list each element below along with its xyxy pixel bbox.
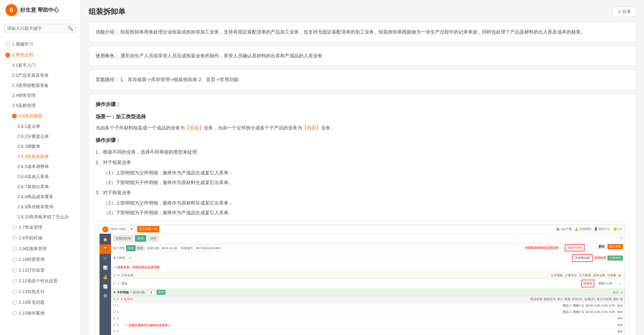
- mini-sub-r3-op[interactable]: ⊕⊖: [618, 316, 623, 321]
- mini-type-disassemble[interactable]: 拆卸: [136, 245, 145, 251]
- mini-sub-r2-check[interactable]: ☐: [113, 309, 116, 315]
- mini-input-date[interactable]: 2019-12-26: [160, 245, 179, 252]
- sidebar-item-2.6.5[interactable]: 2.6.5成本调整单: [0, 162, 80, 172]
- sidebar-item-video[interactable]: + 1.视频学习: [0, 39, 80, 50]
- mini-row1-no: 1: [118, 281, 119, 286]
- mini-sub-r1-op[interactable]: ⊕⊖: [618, 303, 623, 308]
- mini-app-id: TEST-H002: [110, 226, 126, 232]
- mini-sub-r3-check[interactable]: ☐: [113, 316, 116, 321]
- mini-sub-r1-qty: 0.00: [594, 303, 600, 308]
- ops-card: 操作步骤： 场景一：加工类型选择 当由多个子件材料组装成一个成品的业务为【组装】…: [89, 94, 636, 335]
- mini-type-assemble[interactable]: 组装: [126, 245, 136, 251]
- annotation-enable: 启用处理: [594, 255, 606, 261]
- mini-enable-input[interactable]: 供货商名称: [572, 254, 593, 262]
- mini-btn-apply[interactable]: 立家发用: [607, 256, 623, 261]
- mini-btn-delete[interactable]: 删除: [597, 244, 606, 249]
- mini-input-qty[interactable]: 1: [128, 255, 138, 261]
- mini-sub-rows-input[interactable]: [147, 290, 155, 294]
- mini-sub-r2-no: 2: [117, 309, 119, 315]
- search-icon[interactable]: 🔍: [67, 25, 73, 31]
- sidebar-item-2.6.8[interactable]: 2.6.8商品成本重算: [0, 192, 80, 202]
- mini-nav-purchase[interactable]: 🛒: [100, 254, 111, 263]
- sidebar-item-finance[interactable]: + 2.7资金管理: [0, 222, 80, 233]
- sidebar-item-system[interactable]: + 2.12系统个性化设置: [0, 276, 80, 286]
- mini-row1-spec-input[interactable]: 组装品: [581, 280, 594, 287]
- mini-avatar: 😊 CC: [613, 226, 623, 232]
- sidebar-item-2.6.6[interactable]: 2.6.6其他入库单: [0, 172, 80, 182]
- mini-btn-confirm[interactable]: 确认采购: [607, 244, 623, 249]
- mini-help: 🔔 在线帮助: [575, 226, 591, 232]
- mini-sub-r5-check[interactable]: ☐: [113, 329, 116, 334]
- sidebar-item-operation[interactable]: + 2.10经营管理: [0, 254, 80, 265]
- mini-sub-r4-no: 4: [117, 322, 119, 328]
- mini-sub-r1-check[interactable]: ☐: [113, 303, 116, 308]
- sidebar-item-2.6.4[interactable]: 2.6.4组装拆卸单: [0, 152, 80, 162]
- sidebar-item-data-prep[interactable]: 2.3使用前数据准备: [0, 80, 80, 91]
- sidebar-item-faq[interactable]: + 2.14常见问题: [0, 297, 80, 308]
- sidebar-item-beginner[interactable]: 2.1新手入门: [0, 60, 80, 70]
- sidebar: 6 好生意 帮助中心 🔍 + 1.视频学习 − 2.帮助文档 2.1新手入门 2…: [0, 0, 80, 335]
- mini-new-btn[interactable]: 固定装配一次: [137, 226, 159, 232]
- sidebar-item-cases[interactable]: + 2.15操作案例: [0, 308, 80, 319]
- sidebar-item-2.6.2[interactable]: 2.6.2分量盘点单: [0, 131, 80, 142]
- mini-tab-save[interactable]: 保存: [148, 235, 159, 242]
- intro-label: 功能介绍：: [96, 29, 119, 35]
- sidebar-item-label-2.8: 2.8手机旺铺: [19, 235, 42, 241]
- sidebar-item-label-2: 2.帮助文档: [12, 52, 33, 58]
- sidebar-item-purchase[interactable]: 2.5采购管理: [0, 101, 80, 111]
- sidebar-item-mobile[interactable]: + 2.8手机旺铺: [0, 233, 80, 243]
- mini-nav-home[interactable]: 🏠: [100, 235, 111, 244]
- expand-icon-2.15: +: [12, 311, 17, 316]
- mini-sub-r1-no: 1: [117, 303, 119, 308]
- mini-nav-inventory[interactable]: 📦: [100, 244, 111, 254]
- mini-row1-qty: 初级+1.00: [598, 281, 612, 286]
- mini-sub-r2-qty: 0.00: [594, 309, 600, 315]
- mini-sub-r4-check[interactable]: ☐: [113, 322, 116, 328]
- mini-nav-finance[interactable]: 💰: [100, 273, 111, 282]
- mini-sub-r2-op[interactable]: ⊕⊖: [618, 309, 623, 315]
- mini-sub-expand[interactable]: ⤢: [620, 290, 623, 295]
- sidebar-item-label-2.7: 2.7资金管理: [19, 224, 42, 230]
- mini-tab-new[interactable]: 新增: [135, 235, 146, 242]
- step-3-sub: （1）上部明细为父件明细，最终作为原材料生成某它出库单； （2）下部明细为子件明…: [104, 199, 629, 217]
- sidebar-item-label-2.11: 2.11打印设置: [19, 267, 45, 273]
- mini-bom-btn[interactable]: 选配件材料: [565, 244, 585, 252]
- logo-text: 好生意 帮助中心: [20, 7, 59, 14]
- mini-nav-settings[interactable]: ⚙️: [100, 291, 111, 301]
- sidebar-item-2.6.9[interactable]: 2.6.9库存账本查询: [0, 202, 80, 212]
- sidebar-item-2.6.1[interactable]: 2.6.1盘点单: [0, 121, 80, 131]
- expand-icon-2.7: +: [12, 225, 17, 230]
- sidebar-item-payment[interactable]: + 2.13在线支付: [0, 286, 80, 297]
- mini-sub-r5-op[interactable]: ⊕⊖: [618, 329, 623, 334]
- mini-logo: 6: [102, 226, 108, 232]
- sidebar-item-sales[interactable]: 2.4销售管理: [0, 91, 80, 101]
- mini-input-no[interactable]: AD-20191226-001: [194, 245, 222, 252]
- sidebar-item-docs[interactable]: − 2.帮助文档: [0, 50, 80, 60]
- sidebar-item-2.6.3[interactable]: 2.6.3调拨单: [0, 142, 80, 152]
- mini-label-type: 加工类型: [113, 245, 125, 251]
- sidebar-item-2.6.7[interactable]: 2.6.7其他出库单: [0, 182, 80, 192]
- mini-nav-sales[interactable]: 📊: [100, 263, 111, 273]
- mini-row1-check[interactable]: ☐: [113, 281, 116, 286]
- expand-icon-2.6: −: [12, 114, 17, 118]
- mini-tab-list[interactable]: 组装拆卸单: [113, 235, 133, 242]
- sidebar-item-inventory[interactable]: − 2.6库存核算: [0, 111, 80, 121]
- mini-sub-r2-unit: 30.00: [586, 309, 593, 315]
- mini-nav-report[interactable]: 📈: [100, 282, 111, 291]
- sidebar-item-coupon[interactable]: + 2.9优惠券管理: [0, 243, 80, 254]
- share-button[interactable]: ↗ 分享: [612, 7, 636, 17]
- mini-sub-r1-unit: 30.00: [586, 303, 593, 308]
- mini-row1-action[interactable]: ＋: [618, 281, 623, 286]
- sidebar-item-install[interactable]: 2.2产品安装及登录: [0, 70, 80, 80]
- mini-sub-r4-op[interactable]: ⊕⊖: [618, 322, 623, 328]
- sidebar-item-2.6.10[interactable]: 2.6.10库存账本错了怎么办: [0, 212, 80, 222]
- main-content: 组装拆卸单 ↗ 分享 功能介绍： 组装拆卸单用来处理企业组装或拆卸等加工业务，支…: [80, 0, 644, 335]
- mini-close-btn[interactable]: ✕: [620, 236, 623, 241]
- mini-company-dropdown[interactable]: ▼: [128, 226, 135, 232]
- sidebar-item-print[interactable]: + 2.11打印设置: [0, 265, 80, 276]
- search-input[interactable]: [7, 26, 67, 31]
- mini-sub-r2-spec: 规格(+1): [573, 309, 584, 315]
- mini-sub-r2-price: 0.00: [602, 309, 608, 315]
- expand-icon-2.13: +: [12, 289, 17, 294]
- mini-sub-add-btn[interactable]: 新增: [157, 290, 165, 295]
